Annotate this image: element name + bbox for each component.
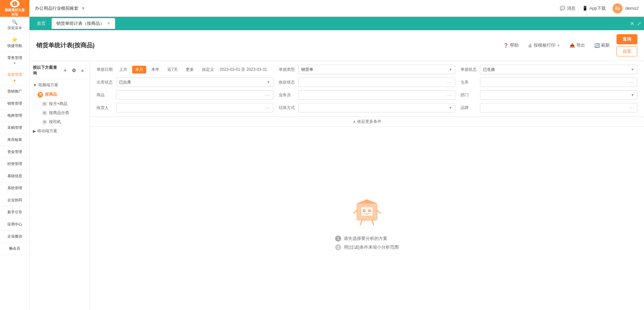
print-icon: 🖨 (528, 43, 532, 48)
svg-line-9 (354, 210, 357, 213)
department-select[interactable]: ▼ (480, 90, 637, 100)
product-select[interactable]: ··· (116, 90, 273, 100)
date-chip-this-year[interactable]: 本年 (148, 66, 162, 73)
filter-salesperson: 业务员 ··· (279, 90, 455, 100)
sidebar-item-finance[interactable]: 资金管理 (0, 146, 29, 158)
tab-restore-btn[interactable]: ⤢ (637, 20, 641, 27)
product-label: 商品 (97, 92, 113, 98)
user-profile[interactable]: Ea demo2 (612, 3, 639, 13)
message-button[interactable]: 💬 消息 (560, 5, 576, 11)
brand-select[interactable]: ··· (480, 103, 637, 112)
sidebar-item-membership[interactable]: 畅会员 (0, 243, 29, 255)
app-logo[interactable]: 畅捷通好生意 标版 (0, 0, 29, 17)
app-download-button[interactable]: 📱 App下载 (582, 5, 606, 11)
user-name: demo2 (625, 6, 639, 11)
date-chip-more[interactable]: 更多 (183, 66, 197, 73)
receiver-select[interactable]: ··· (116, 103, 273, 112)
out-status-select[interactable]: 已出库 ▼ (116, 78, 273, 87)
scheme-group-pc-header[interactable]: ▼ 电脑端方案 (33, 81, 90, 90)
doc-status-label: 单据状态 (461, 67, 477, 72)
sidebar-item-purchase[interactable]: 采购管理 (0, 122, 29, 134)
filter-doc-status: 单据状态 已生效 ▼ (461, 65, 637, 74)
filter-out-status: 出库状态 已出库 ▼ (97, 78, 273, 87)
page-header-actions: ❓ 帮助 🖨 按模板打印 ▼ 📤 导出 🔄 刷新 查询 (500, 34, 637, 60)
scheme-item-by-category[interactable]: 按 按商品分类 (33, 108, 90, 117)
app-subtitle: 标版 (11, 12, 18, 17)
query-button[interactable]: 查询 (616, 34, 637, 44)
sidebar-item-enterprise-wechat[interactable]: 企业微信 (0, 230, 29, 243)
sidebar-item-operations[interactable]: 经营管理 (0, 158, 29, 170)
scheme-group-mobile-header[interactable]: ▶ 移动端方案 (33, 126, 90, 136)
scheme-sub-icon-3: 按 (42, 120, 47, 124)
salesperson-select[interactable]: ··· (298, 90, 455, 100)
collapse-icon: ∧ (353, 119, 356, 124)
scheme-item-by-driver[interactable]: 按 按司机 (33, 117, 90, 126)
date-chip-custom[interactable]: 自定义 (199, 66, 217, 73)
settlement-label: 结算方式 (279, 105, 296, 111)
sidebar-item-search[interactable]: 🔍 搜索菜单 (0, 17, 29, 34)
date-label: 单据日期 (97, 67, 113, 72)
receiver-label: 收货人 (97, 105, 113, 111)
print-button[interactable]: 🖨 按模板打印 ▼ (525, 41, 563, 50)
action-buttons-group: 查询 设置 (616, 34, 637, 56)
empty-tip-1: 1 请先选择要分析的方案 (335, 236, 387, 242)
svg-point-8 (370, 210, 371, 211)
settlement-select[interactable]: ▼ (298, 103, 455, 112)
sidebar-item-quick-nav[interactable]: ⭐ 快捷导航 (0, 34, 29, 52)
filter-department: 部门 ▼ (461, 90, 637, 100)
payment-status-label: 收款状态 (279, 80, 296, 85)
collapse-panel-btn[interactable]: « (79, 67, 86, 74)
sidebar-item-system[interactable]: 系统管理 (0, 182, 29, 194)
refresh-button[interactable]: 🔄 刷新 (592, 41, 612, 50)
page-title: 销货单统计表(按商品) (36, 41, 95, 53)
topbar-dropdown-icon[interactable]: ▼ (81, 6, 85, 11)
date-chip-7days[interactable]: 近7天 (164, 66, 181, 73)
sidebar-item-retail[interactable]: 零售管理 ▼ (0, 52, 29, 69)
tab-home[interactable]: 首页 (32, 18, 50, 29)
brand-dots-icon: ··· (629, 105, 634, 110)
sidebar-item-wholesale[interactable]: 批发管理 ▲ (0, 69, 29, 86)
sidebar-item-ecommerce[interactable]: 电商管理 (0, 110, 29, 122)
filter-warehouse: 仓库 ··· (461, 78, 637, 87)
tab-sales-stats[interactable]: 销货单统计表（按商品） ✕ (52, 18, 115, 29)
collapse-bar[interactable]: ∧ 收起更多条件 (90, 117, 644, 127)
export-button[interactable]: 📤 导出 (567, 41, 588, 50)
date-filter-chips: 上月 本月 本年 近7天 更多 自定义 (116, 66, 217, 73)
doc-type-select[interactable]: 销货单 ▼ (298, 65, 455, 74)
export-icon: 📤 (570, 43, 575, 48)
help-button[interactable]: ❓ 帮助 (500, 41, 521, 50)
scheme-item-by-product[interactable]: 按 按商品 (33, 90, 90, 99)
content-area: 销货单统计表(按商品) ❓ 帮助 🖨 按模板打印 ▼ 📤 导出 🔄 刷新 (30, 30, 644, 310)
scheme-group-pc: ▼ 电脑端方案 按 按商品 按 按月+商品 按 按商品分类 (30, 81, 90, 126)
settings-scheme-btn[interactable]: ⚙ (70, 67, 77, 74)
warehouse-select[interactable]: ··· (480, 78, 637, 87)
sidebar-item-app-center[interactable]: 应用中心 (0, 218, 29, 230)
scheme-item-by-month-product[interactable]: 按 按月+商品 (33, 99, 90, 108)
sidebar-item-inventory[interactable]: 库存核算 (0, 134, 29, 146)
svg-rect-4 (361, 207, 373, 216)
date-chip-this-month[interactable]: 本月 (132, 66, 146, 73)
filter-product: 商品 ··· (97, 90, 273, 100)
help-icon: ❓ (503, 43, 508, 48)
payment-status-select[interactable]: ··· (298, 78, 455, 87)
filter-settlement: 结算方式 ▼ (279, 103, 455, 112)
sidebar-item-sales[interactable]: 销售管理 (0, 98, 29, 110)
date-chip-last-month[interactable]: 上月 (116, 66, 130, 73)
tab-close-window-btn[interactable]: ✕ (630, 20, 634, 27)
tab-close-icon[interactable]: ✕ (107, 21, 110, 26)
sidebar-item-cooperation[interactable]: 企业协同 (0, 194, 29, 206)
doc-status-select[interactable]: 已生效 ▼ (480, 65, 637, 74)
sidebar-item-marketing[interactable]: 营销推广 (0, 86, 29, 98)
settings-button[interactable]: 设置 (616, 46, 637, 56)
salesperson-dots-icon: ··· (447, 92, 452, 98)
empty-tips: 1 请先选择要分析的方案 2 用[过滤]条件来缩小分析范围 (335, 236, 398, 250)
warehouse-dots-icon: ··· (629, 80, 634, 85)
add-scheme-btn[interactable]: ＋ (61, 67, 69, 74)
department-arrow-icon: ▼ (631, 93, 634, 97)
sidebar-item-onboarding[interactable]: 新手引导 (0, 206, 29, 218)
print-dropdown-icon[interactable]: ▼ (557, 44, 560, 47)
main-area: 办公用品行业模拟账套 ▼ 💬 消息 📱 App下载 Ea demo2 首页 (30, 0, 644, 310)
scheme-sub-icon: 按 (42, 102, 47, 106)
filter-receiver: 收货人 ··· (97, 103, 273, 112)
sidebar-item-basic-info[interactable]: 基础信息 (0, 170, 29, 182)
